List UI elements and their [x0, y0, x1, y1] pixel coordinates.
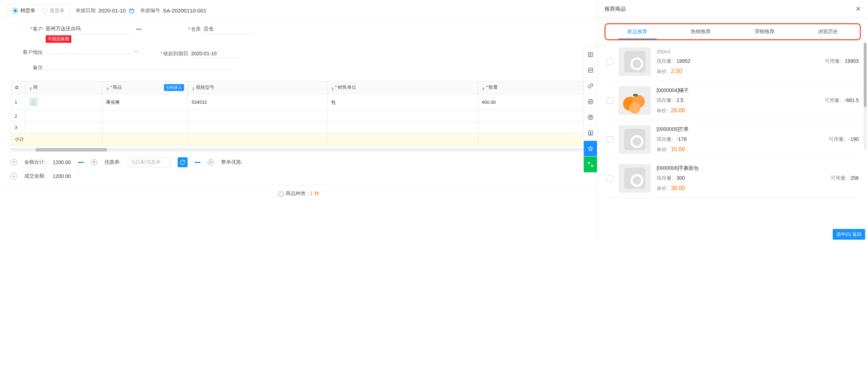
chevron-down-icon[interactable]: ﹀	[134, 49, 139, 56]
selected-return-button[interactable]: 选中(0) 返回	[833, 229, 866, 240]
customer-more-icon[interactable]: •••	[134, 26, 144, 32]
address-label: 客户地址	[11, 49, 43, 56]
sales-order-label: 销货单	[20, 7, 35, 14]
row-qty[interactable]	[478, 122, 586, 133]
yen-icon: ¥	[11, 159, 17, 165]
row-spec[interactable]: 534532	[188, 94, 327, 111]
recommend-item[interactable]: 250ml现存量:19952可用量:19903单价:2.00	[604, 42, 861, 81]
sales-order-radio[interactable]: 销货单	[12, 7, 35, 14]
h-scrollbar-thumb[interactable]	[36, 148, 107, 152]
customer-input[interactable]: 苏州万达沃尔玛	[46, 24, 131, 34]
v-scrollbar[interactable]	[864, 43, 867, 150]
doc-no-value: SA-20200110-001	[163, 7, 206, 14]
scan-input-badge[interactable]: 扫码录入	[164, 84, 184, 91]
row-product[interactable]: 果倍爽	[102, 94, 188, 111]
row-qty[interactable]: 400.00	[478, 94, 586, 111]
v-scrollbar-thumb[interactable]	[864, 43, 867, 107]
unit-column-header[interactable]: ▲▼*销售单位	[327, 81, 478, 94]
item-image	[619, 86, 651, 115]
svg-rect-3	[31, 103, 36, 106]
stock-value: 300	[676, 175, 685, 182]
row-spec[interactable]	[188, 122, 327, 133]
table-row[interactable]: 1果倍爽534532包400.00	[11, 94, 586, 111]
table-row[interactable]: 2	[11, 111, 586, 122]
item-image	[619, 164, 651, 193]
expand-tool-icon[interactable]	[584, 157, 597, 172]
doc-date-value[interactable]: 2020-01-10	[98, 7, 126, 14]
row-unit[interactable]	[327, 122, 478, 133]
radio-unchecked-icon	[42, 8, 47, 14]
star-tool-icon[interactable]	[584, 141, 597, 157]
row-spec[interactable]	[188, 111, 327, 122]
spec-column-header[interactable]: ▲▼规格型号	[188, 81, 327, 94]
return-order-radio[interactable]: 退货单	[42, 7, 65, 14]
doc-date-group: 单据日期 2020-01-10	[76, 7, 134, 14]
tab-history[interactable]: 浏览历史	[796, 24, 860, 39]
coupon-icon: 券	[91, 159, 97, 165]
item-body: [0000004]橘子现存量:2.5可用量:-681.5单价:28.00	[657, 87, 859, 114]
bottom-summary: ◯ 商品种类 : 1 种	[0, 185, 597, 202]
remark-input[interactable]	[46, 66, 231, 70]
nofix-period-tag: 不固定账期	[46, 35, 71, 43]
row-unit[interactable]: 包	[327, 94, 478, 111]
coupon-input[interactable]: 无匹配优惠券	[128, 157, 170, 167]
deal-amount-value: 1200.00	[53, 173, 71, 179]
tab-hot[interactable]: 热销推荐	[669, 24, 732, 39]
item-checkbox[interactable]	[607, 175, 613, 182]
close-icon[interactable]: ✕	[856, 5, 861, 13]
list-tool-icon[interactable]	[584, 47, 597, 62]
currency-tool-icon[interactable]	[584, 125, 597, 141]
total-amount-label: 金额合计:	[24, 159, 46, 165]
avail-value: 256	[851, 175, 859, 182]
row-unit[interactable]	[327, 111, 478, 122]
price-value: 2.00	[671, 68, 682, 74]
stock-label: 现存量:	[657, 97, 673, 104]
row-product[interactable]	[102, 111, 188, 122]
item-name: [0000006]手撕面包	[657, 165, 859, 172]
row-product[interactable]	[102, 122, 188, 133]
chart-tool-icon[interactable]	[584, 62, 597, 78]
line-items-table-wrap: ⚙ ▲▼商 ▲▼*商品 扫码录入 ▲▼规格型号 ▲▼*销售单位 ▲▼*数量 1果…	[0, 81, 597, 146]
recommend-tabs: 新品推荐 热销推荐 滞销推荐 浏览历史	[604, 23, 861, 40]
warehouse-input[interactable]: 总仓	[204, 24, 254, 34]
recommend-list[interactable]: 250ml现存量:19952可用量:19903单价:2.00[0000004]橘…	[597, 42, 868, 242]
h-scrollbar[interactable]	[11, 148, 586, 152]
stock-label: 现存量:	[657, 136, 673, 143]
swap-tool-icon[interactable]	[584, 94, 597, 109]
row-thumb	[25, 111, 102, 122]
gear-column-header[interactable]: ⚙	[11, 81, 25, 94]
stock-label: 现存量:	[657, 175, 673, 182]
svg-point-12	[633, 94, 638, 96]
price-label: 单价:	[657, 68, 668, 74]
item-checkbox[interactable]	[607, 97, 613, 104]
qty-column-header[interactable]: ▲▼*数量	[478, 81, 586, 94]
svg-point-11	[629, 102, 640, 113]
item-checkbox[interactable]	[607, 58, 613, 65]
bookmark-tool-icon[interactable]	[584, 109, 597, 125]
warehouse-label: 仓库	[191, 26, 201, 32]
doc-date-label: 单据日期	[76, 7, 96, 14]
item-checkbox[interactable]	[607, 136, 613, 143]
tab-slow[interactable]: 滞销推荐	[733, 24, 796, 39]
due-date-input[interactable]: 2020-01-10	[191, 49, 241, 58]
minus-icon	[195, 162, 200, 163]
row-qty[interactable]	[478, 111, 586, 122]
totals-row: ¥ 金额合计: 1200.00 券 优惠券: 无匹配优惠券 折 整单优惠:	[0, 152, 597, 173]
table-row[interactable]: 3	[11, 122, 586, 133]
product-column-header[interactable]: ▲▼*商品 扫码录入	[102, 81, 188, 94]
link-tool-icon[interactable]	[584, 78, 597, 94]
tab-new[interactable]: 新品推荐	[606, 24, 669, 39]
remark-label: 备注	[11, 65, 43, 71]
calendar-icon[interactable]	[129, 8, 134, 14]
recommend-item[interactable]: [0000005]芒果现存量:-178可用量:-190单价:10.00	[604, 120, 861, 159]
img-column-header[interactable]: ▲▼商	[25, 81, 102, 94]
refresh-coupon-button[interactable]	[178, 157, 188, 167]
item-image	[619, 125, 651, 154]
recommend-item[interactable]: [0000006]手撕面包现存量:300可用量:256单价:38.00	[604, 159, 861, 198]
kind-count: 1	[310, 190, 313, 196]
svg-point-2	[32, 99, 35, 102]
price-label: 单价:	[657, 185, 668, 191]
address-input[interactable]	[46, 51, 131, 54]
recommend-item[interactable]: [0000004]橘子现存量:2.5可用量:-681.5单价:28.00	[604, 81, 861, 120]
price-value: 28.00	[671, 107, 685, 113]
